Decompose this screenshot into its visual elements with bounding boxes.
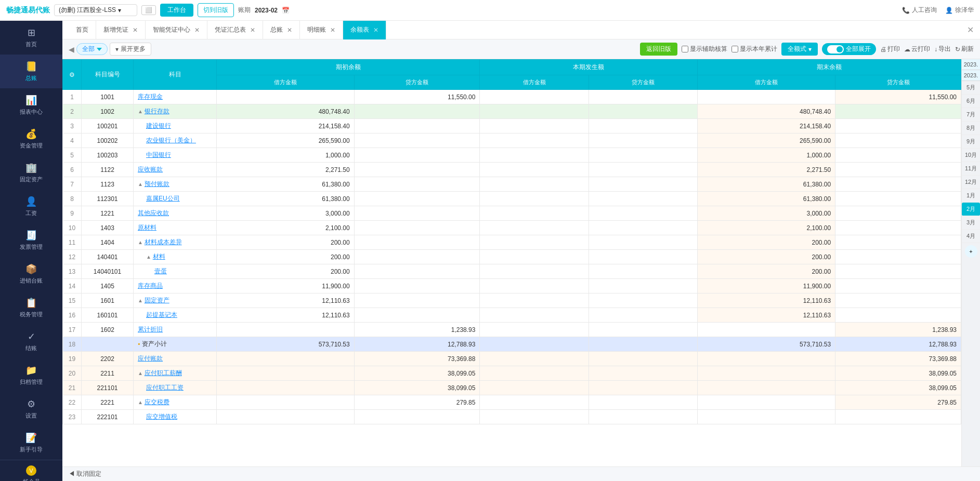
right-year-2023a[interactable]: 2023.	[962, 59, 980, 70]
toggle-switch[interactable]	[827, 45, 844, 54]
name-cell[interactable]: 库存现金	[134, 90, 217, 104]
sidebar-item-home[interactable]: ⊞ 首页	[0, 21, 62, 55]
filter-left-arrow[interactable]: ◀	[69, 45, 74, 54]
name-cell[interactable]: 累计折旧	[134, 323, 217, 337]
sidebar-item-reports[interactable]: 📊 报表中心	[0, 88, 62, 122]
checkbox-ytd[interactable]	[731, 46, 738, 52]
name-cell[interactable]: ▲ 银行存款	[134, 104, 217, 119]
unfix-button[interactable]: ◀ 取消固定	[69, 470, 101, 478]
right-add-icon[interactable]: +	[965, 245, 977, 258]
cloud-print-button[interactable]: ☁ 云打印	[904, 45, 930, 54]
name-cell[interactable]: 应交增值税	[134, 410, 217, 424]
account-link[interactable]: 应交增值税	[146, 413, 177, 420]
tab-ledger-close[interactable]: ✕	[287, 26, 292, 34]
tab-voucher-summary-close[interactable]: ✕	[250, 26, 255, 34]
service-btn[interactable]: 📞 人工咨询	[902, 6, 937, 15]
tab-detail-close[interactable]: ✕	[330, 26, 335, 34]
account-link[interactable]: 累计折旧	[138, 326, 163, 333]
account-link[interactable]: 银行存款	[145, 108, 169, 115]
sidebar-item-assets[interactable]: 🏢 固定资产	[0, 156, 62, 190]
name-cell[interactable]: ▲ 材料成本差异	[134, 235, 217, 250]
sidebar-item-salary[interactable]: 👤 工资	[0, 190, 62, 223]
sidebar-item-capital[interactable]: 💰 资金管理	[0, 122, 62, 156]
sidebar-item-member[interactable]: V 畅会员	[0, 460, 62, 481]
refresh-button[interactable]: ↻ 刷新	[955, 45, 974, 54]
sidebar-item-tax[interactable]: 📋 税务管理	[0, 291, 62, 325]
sidebar-item-guide[interactable]: 📝 新手引导	[0, 426, 62, 460]
account-link[interactable]: 中国银行	[146, 151, 171, 158]
name-cell[interactable]: 应付职工工资	[134, 381, 217, 395]
tab-add-voucher-close[interactable]: ✕	[133, 26, 138, 34]
sidebar-item-settings[interactable]: ⚙ 设置	[0, 392, 62, 426]
account-link[interactable]: 应付职工工资	[146, 384, 184, 391]
account-link[interactable]: 建设银行	[146, 122, 171, 129]
account-link[interactable]: 应付职工薪酬	[145, 369, 182, 377]
format-button[interactable]: 全额式 ▾	[781, 43, 818, 56]
name-cell[interactable]: ▲ 应交税费	[134, 395, 217, 410]
export-button[interactable]: ↓ 导出	[934, 45, 951, 54]
user-avatar-area[interactable]: 👤 徐泽华	[945, 6, 974, 15]
tab-smart-center[interactable]: 智能凭证中心 ✕	[146, 21, 207, 39]
checkbox-aux-label[interactable]: 显示辅助核算	[682, 45, 727, 54]
sidebar-item-archive[interactable]: 📁 归档管理	[0, 358, 62, 392]
return-old-button[interactable]: 返回旧版	[640, 43, 677, 56]
right-month-8[interactable]: 8月	[962, 122, 980, 135]
sidebar-item-invoice[interactable]: 🧾 发票管理	[0, 223, 62, 257]
sidebar-item-purchase[interactable]: 📦 进销台账	[0, 257, 62, 291]
right-month-4[interactable]: 4月	[962, 230, 980, 243]
name-cell[interactable]: 应付账款	[134, 352, 217, 366]
tab-home[interactable]: 首页	[69, 21, 96, 39]
name-cell[interactable]: 建设银行	[134, 119, 217, 133]
sidebar-item-settle[interactable]: ✓ 结账	[0, 325, 62, 358]
tab-balance[interactable]: 余额表 ✕	[343, 21, 386, 39]
copy-icon[interactable]: ⬜	[141, 5, 156, 15]
tabs-close-all[interactable]: ✕	[967, 25, 974, 35]
right-month-2[interactable]: 2月	[962, 203, 980, 216]
print-button[interactable]: 🖨 打印	[880, 45, 900, 54]
account-link[interactable]: 库存现金	[138, 93, 163, 100]
account-link[interactable]: 材料	[153, 253, 165, 260]
name-cell[interactable]: 壹蛋	[134, 264, 217, 279]
name-cell[interactable]: ▲ 应付职工薪酬	[134, 366, 217, 381]
name-cell[interactable]: 嘉属EU公司	[134, 192, 217, 206]
tab-smart-center-close[interactable]: ✕	[194, 26, 200, 34]
tab-add-voucher[interactable]: 新增凭证 ✕	[96, 21, 146, 39]
name-cell[interactable]: ▲ 预付账款	[134, 177, 217, 192]
name-cell[interactable]: ▪资产小计	[134, 337, 217, 352]
company-selector[interactable]: (勿删) 江西股全-LSS ▾	[54, 4, 137, 16]
name-cell[interactable]: 农业银行（美金）	[134, 133, 217, 148]
right-month-11[interactable]: 11月	[962, 162, 980, 176]
account-link[interactable]: 库存商品	[138, 282, 163, 289]
tab-ledger[interactable]: 总账 ✕	[263, 21, 300, 39]
switch-version-button[interactable]: 切到旧版	[198, 3, 234, 17]
right-month-9[interactable]: 9月	[962, 135, 980, 149]
name-cell[interactable]: 其他应收款	[134, 206, 217, 221]
calendar-icon[interactable]: 📅	[282, 7, 290, 14]
account-link[interactable]: 起提基记本	[146, 311, 177, 318]
tab-voucher-summary[interactable]: 凭证汇总表 ✕	[207, 21, 263, 39]
account-link[interactable]: 其他应收款	[138, 209, 169, 217]
name-cell[interactable]: 起提基记本	[134, 308, 217, 323]
right-month-6[interactable]: 6月	[962, 95, 980, 108]
tab-detail[interactable]: 明细账 ✕	[300, 21, 343, 39]
account-link[interactable]: 应交税费	[145, 398, 169, 406]
workspace-button[interactable]: 工作台	[160, 4, 193, 17]
account-link[interactable]: 预付账款	[145, 180, 169, 188]
right-month-1[interactable]: 1月	[962, 189, 980, 203]
filter-all-tag[interactable]: 全部	[76, 43, 108, 55]
right-month-3[interactable]: 3月	[962, 216, 980, 230]
checkbox-ytd-label[interactable]: 显示本年累计	[731, 45, 777, 54]
right-month-5[interactable]: 5月	[962, 81, 980, 95]
right-month-12[interactable]: 12月	[962, 176, 980, 189]
expand-toggle-area[interactable]: 全部展开	[822, 43, 876, 55]
tab-balance-close[interactable]: ✕	[373, 26, 378, 34]
account-link[interactable]: 嘉属EU公司	[146, 195, 180, 202]
account-link[interactable]: 材料成本差异	[145, 238, 182, 246]
expand-more-button[interactable]: ▾ 展开更多	[110, 43, 151, 56]
name-cell[interactable]: 应收账款	[134, 163, 217, 177]
fixed-bottom-bar[interactable]: ◀ 取消固定	[62, 466, 980, 481]
account-link[interactable]: 原材料	[138, 224, 156, 231]
right-month-7[interactable]: 7月	[962, 108, 980, 122]
account-link[interactable]: 应收账款	[138, 166, 163, 173]
name-cell[interactable]: ▲ 固定资产	[134, 293, 217, 308]
